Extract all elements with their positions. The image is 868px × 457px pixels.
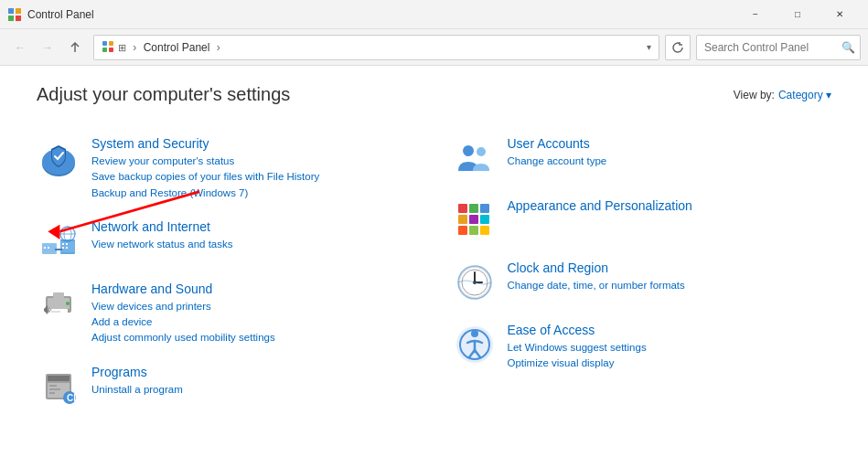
forward-button[interactable]: → — [35, 35, 60, 60]
close-button[interactable]: ✕ — [819, 0, 861, 29]
address-icon — [102, 40, 114, 55]
network-link-1[interactable]: View network status and tasks — [91, 237, 416, 252]
search-box[interactable]: 🔍 — [696, 35, 861, 60]
user-accounts-title[interactable]: User Accounts — [508, 136, 832, 151]
svg-rect-50 — [480, 226, 489, 235]
category-ease: Ease of Access Let Windows suggest setti… — [453, 314, 832, 381]
category-programs: CD Programs Uninstall a program — [37, 356, 416, 418]
svg-rect-18 — [62, 243, 64, 245]
svg-rect-47 — [480, 215, 489, 224]
viewby-arrow-icon: ▾ — [826, 89, 831, 101]
hardware-title[interactable]: Hardware and Sound — [91, 282, 416, 296]
hardware-icon — [37, 282, 80, 325]
svg-rect-45 — [458, 215, 467, 224]
toolbar: ← → ⊞ › Control Panel › ▾ 🔍 — [0, 29, 868, 66]
network-title[interactable]: Network and Internet — [91, 219, 416, 234]
back-button[interactable]: ← — [7, 35, 33, 60]
category-network: Network and Internet View network status… — [37, 210, 416, 272]
ease-link-1[interactable]: Let Windows suggest settings — [508, 340, 832, 356]
viewby-control: View by: Category ▾ — [734, 89, 831, 101]
svg-rect-22 — [55, 249, 62, 250]
svg-point-41 — [477, 147, 486, 156]
app-icon — [7, 7, 22, 22]
search-icon: 🔍 — [841, 41, 855, 54]
system-security-text: System and Security Review your computer… — [91, 136, 416, 201]
clock-title[interactable]: Clock and Region — [508, 260, 832, 275]
appearance-text: Appearance and Personalization — [508, 198, 832, 216]
hardware-link-1[interactable]: View devices and printers — [91, 299, 416, 314]
svg-rect-5 — [109, 41, 113, 46]
ease-text: Ease of Access Let Windows suggest setti… — [508, 323, 832, 372]
clock-link-1[interactable]: Change date, time, or number formats — [508, 278, 832, 293]
category-user-accounts: User Accounts Change account type — [453, 127, 832, 189]
hardware-text: Hardware and Sound View devices and prin… — [91, 282, 416, 346]
network-icon — [37, 219, 80, 263]
svg-point-60 — [471, 330, 478, 337]
hardware-link-2[interactable]: Add a device — [91, 314, 416, 330]
maximize-button[interactable]: □ — [777, 0, 819, 29]
svg-rect-7 — [109, 48, 113, 52]
search-input[interactable] — [704, 41, 841, 54]
appearance-title[interactable]: Appearance and Personalization — [508, 198, 832, 213]
svg-rect-33 — [48, 376, 70, 381]
minimize-button[interactable]: − — [734, 0, 777, 29]
ease-icon — [453, 323, 497, 367]
svg-rect-44 — [480, 204, 489, 213]
address-dropdown-button[interactable]: ▾ — [647, 42, 651, 52]
address-text: ⊞ › Control Panel › — [118, 41, 647, 54]
system-security-link-1[interactable]: Review your computer's status — [91, 154, 416, 169]
clock-text: Clock and Region Change date, time, or n… — [508, 260, 832, 293]
svg-rect-29 — [51, 311, 60, 313]
svg-rect-3 — [16, 16, 21, 21]
svg-point-31 — [66, 302, 70, 305]
left-column: System and Security Review your computer… — [37, 127, 434, 418]
system-security-icon — [37, 136, 80, 180]
category-system-security: System and Security Review your computer… — [37, 127, 416, 210]
system-security-title[interactable]: System and Security — [91, 136, 416, 151]
svg-rect-43 — [469, 204, 478, 213]
ease-link-2[interactable]: Optimize visual display — [508, 356, 832, 371]
page-header: Adjust your computer's settings View by:… — [37, 84, 831, 105]
svg-rect-48 — [458, 226, 467, 235]
viewby-label: View by: — [734, 89, 775, 101]
svg-rect-4 — [102, 41, 107, 46]
svg-rect-30 — [53, 292, 64, 298]
system-security-link-2[interactable]: Save backup copies of your files with Fi… — [91, 169, 416, 185]
svg-rect-35 — [49, 385, 57, 387]
svg-rect-21 — [66, 247, 68, 249]
svg-text:CD: CD — [67, 393, 79, 403]
titlebar-title: Control Panel — [27, 8, 734, 21]
appearance-icon — [453, 198, 497, 242]
refresh-button[interactable] — [665, 35, 691, 60]
svg-rect-1 — [16, 8, 21, 14]
svg-rect-20 — [62, 247, 64, 249]
main-content: Adjust your computer's settings View by:… — [0, 66, 868, 457]
up-button[interactable] — [62, 35, 88, 60]
address-bar[interactable]: ⊞ › Control Panel › ▾ — [93, 35, 659, 60]
svg-rect-49 — [469, 226, 478, 235]
svg-rect-19 — [66, 243, 68, 245]
svg-rect-2 — [8, 16, 14, 21]
programs-text: Programs Uninstall a program — [91, 365, 416, 398]
category-hardware: Hardware and Sound View devices and prin… — [37, 272, 416, 356]
user-accounts-text: User Accounts Change account type — [508, 136, 832, 169]
hardware-link-3[interactable]: Adjust commonly used mobility settings — [91, 330, 416, 345]
system-security-link-3[interactable]: Backup and Restore (Windows 7) — [91, 186, 416, 201]
user-accounts-link-1[interactable]: Change account type — [508, 154, 832, 169]
viewby-dropdown[interactable]: Category ▾ — [778, 89, 831, 101]
svg-rect-6 — [102, 48, 107, 52]
category-clock: Clock and Region Change date, time, or n… — [453, 251, 832, 314]
user-accounts-icon — [453, 136, 497, 180]
page-title: Adjust your computer's settings — [37, 84, 290, 105]
svg-point-40 — [463, 145, 474, 156]
svg-rect-42 — [458, 204, 467, 213]
svg-rect-46 — [469, 215, 478, 224]
svg-rect-0 — [8, 8, 14, 14]
network-text: Network and Internet View network status… — [91, 219, 416, 252]
category-appearance: Appearance and Personalization — [453, 189, 832, 251]
programs-title[interactable]: Programs — [91, 365, 416, 379]
svg-rect-16 — [44, 247, 46, 249]
right-column: User Accounts Change account type — [434, 127, 832, 418]
programs-link-1[interactable]: Uninstall a program — [91, 382, 416, 398]
ease-title[interactable]: Ease of Access — [508, 323, 832, 337]
